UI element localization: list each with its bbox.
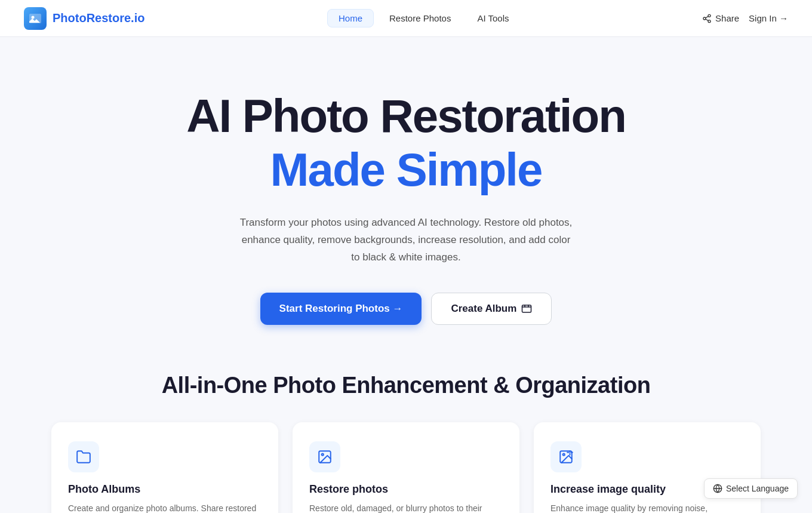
- create-album-label: Create Album: [451, 303, 516, 315]
- share-icon: [702, 14, 712, 23]
- sign-in-label: Sign In →: [749, 13, 788, 23]
- folder-icon: [76, 449, 91, 465]
- nav-links: Home Restore Photos AI Tools: [327, 9, 520, 27]
- svg-line-6: [706, 16, 709, 18]
- card-icon-wrap-quality: [550, 441, 582, 472]
- card-title-albums: Photo Albums: [68, 483, 262, 496]
- card-icon-wrap-restore: [309, 441, 340, 472]
- card-increase-quality: Increase image quality Enhance image qua…: [534, 422, 761, 513]
- card-title-restore: Restore photos: [309, 483, 503, 496]
- hero-title-line1: AI Photo Restoration: [24, 91, 788, 142]
- hero-section: AI Photo Restoration Made Simple Transfo…: [0, 37, 812, 361]
- features-cards: Photo Albums Create and organize photo a…: [0, 422, 812, 513]
- card-desc-restore: Restore old, damaged, or blurry photos t…: [309, 502, 503, 513]
- globe-icon: [713, 484, 722, 493]
- svg-point-1: [32, 16, 35, 19]
- language-label: Select Language: [726, 484, 789, 493]
- card-desc-albums: Create and organize photo albums. Share …: [68, 502, 262, 513]
- sign-in-button[interactable]: Sign In →: [749, 13, 788, 23]
- logo[interactable]: PhotoRestore.io: [24, 7, 144, 30]
- create-album-button[interactable]: Create Album: [431, 293, 552, 325]
- start-restoring-label: Start Restoring Photos →: [279, 303, 403, 315]
- card-restore-photos: Restore photos Restore old, damaged, or …: [293, 422, 519, 513]
- album-icon: [521, 303, 532, 314]
- hero-subtitle: Transform your photos using advanced AI …: [239, 214, 573, 266]
- start-restoring-button[interactable]: Start Restoring Photos →: [260, 293, 422, 325]
- share-label: Share: [715, 13, 739, 23]
- svg-point-12: [563, 454, 565, 456]
- share-button[interactable]: Share: [702, 13, 739, 23]
- features-section: All-in-One Photo Enhancement & Organizat…: [0, 373, 812, 513]
- svg-point-10: [322, 454, 324, 456]
- hero-title-line2: Made Simple: [24, 142, 788, 198]
- hero-buttons: Start Restoring Photos → Create Album: [24, 293, 788, 325]
- navbar: PhotoRestore.io Home Restore Photos AI T…: [0, 0, 812, 37]
- card-icon-wrap-albums: [68, 441, 99, 472]
- sparkle-image-icon: [558, 449, 574, 465]
- logo-text: PhotoRestore.io: [53, 11, 144, 25]
- logo-icon: [24, 7, 47, 30]
- image-icon: [317, 449, 333, 465]
- language-selector[interactable]: Select Language: [704, 478, 798, 499]
- nav-link-aitools[interactable]: AI Tools: [466, 10, 519, 27]
- features-title: All-in-One Photo Enhancement & Organizat…: [0, 373, 812, 398]
- card-photo-albums: Photo Albums Create and organize photo a…: [51, 422, 278, 513]
- card-desc-quality: Enhance image quality by removing noise,…: [550, 502, 744, 513]
- svg-rect-7: [522, 305, 531, 312]
- nav-right: Share Sign In →: [702, 13, 788, 23]
- svg-line-5: [706, 19, 709, 21]
- nav-link-home[interactable]: Home: [327, 9, 374, 27]
- nav-link-restore[interactable]: Restore Photos: [379, 10, 462, 27]
